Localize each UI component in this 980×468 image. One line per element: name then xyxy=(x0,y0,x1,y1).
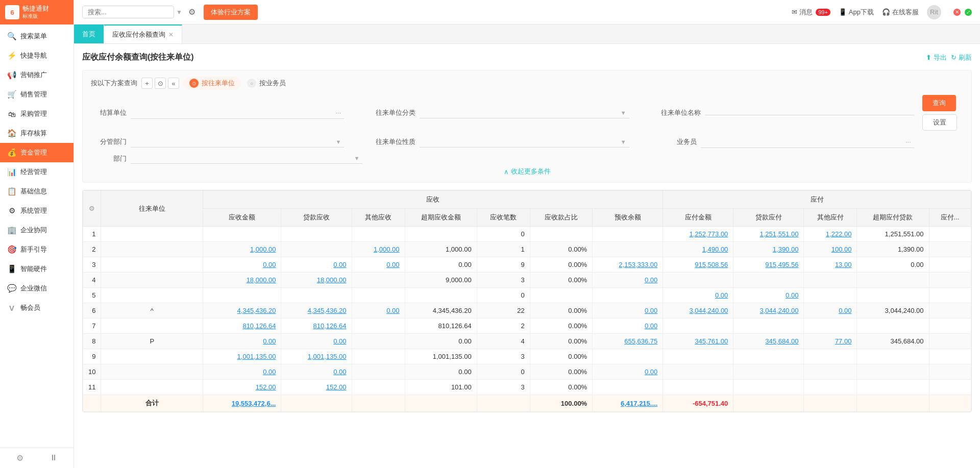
table-cell[interactable]: 1,000.00 xyxy=(203,242,281,257)
app-download-btn[interactable]: 📱 App下载 xyxy=(839,8,874,17)
table-cell[interactable] xyxy=(733,273,804,288)
settlement-input[interactable]: ··· xyxy=(131,107,344,119)
table-cell[interactable]: 2,153,333.00 xyxy=(593,257,663,273)
sidebar-item-inventory[interactable]: 🏠 库存核算 xyxy=(0,124,74,143)
table-cell[interactable]: 18,000.00 xyxy=(203,273,281,288)
table-cell[interactable]: 0.00 xyxy=(281,257,352,273)
table-cell[interactable] xyxy=(593,288,663,303)
table-cell[interactable]: 1,251,551.00 xyxy=(733,227,804,242)
table-cell[interactable]: 0.00 xyxy=(281,364,352,380)
table-cell[interactable] xyxy=(804,318,857,334)
table-cell[interactable] xyxy=(663,349,733,364)
table-cell[interactable]: 0.00 xyxy=(203,364,281,380)
scheme-by-partner[interactable]: ⊙ 按往来单位 xyxy=(183,77,241,90)
window-close-btn[interactable]: ✕ xyxy=(953,9,961,16)
table-cell[interactable] xyxy=(663,380,733,395)
table-cell[interactable] xyxy=(733,380,804,395)
sidebar-collapse-btn[interactable]: ⏸ xyxy=(39,453,68,463)
back-btn[interactable]: « xyxy=(168,78,179,89)
table-cell[interactable] xyxy=(203,288,281,303)
partner-cat-select[interactable]: ▼ xyxy=(420,108,629,118)
table-cell[interactable] xyxy=(352,364,405,380)
table-cell[interactable]: 810,126.64 xyxy=(203,318,281,334)
table-settings-icon[interactable]: ⚙ xyxy=(89,205,95,212)
partner-name-input[interactable] xyxy=(705,111,914,115)
table-cell[interactable]: 1,001,135.00 xyxy=(203,349,281,364)
table-cell[interactable]: 0.00 xyxy=(352,257,405,273)
table-cell[interactable]: 152.00 xyxy=(203,380,281,395)
promo-button[interactable]: 体验行业方案 xyxy=(204,5,258,20)
table-cell[interactable] xyxy=(804,364,857,380)
table-cell[interactable]: 1,390.00 xyxy=(733,242,804,257)
table-cell[interactable]: 915,508.56 xyxy=(663,257,733,273)
table-cell[interactable]: 0.00 xyxy=(203,334,281,349)
table-cell[interactable]: 0.00 xyxy=(593,303,663,318)
table-cell[interactable]: 1,001,135.00 xyxy=(281,349,352,364)
table-cell[interactable] xyxy=(663,318,733,334)
table-cell[interactable]: 1,490.00 xyxy=(663,242,733,257)
table-cell[interactable]: 810,126.64 xyxy=(281,318,352,334)
table-cell[interactable] xyxy=(281,242,352,257)
sidebar-item-quick-nav[interactable]: ⚡ 快捷导航 xyxy=(0,46,74,65)
user-menu[interactable]: Rit xyxy=(927,5,941,19)
table-cell[interactable] xyxy=(352,227,405,242)
table-cell[interactable]: 1,222.00 xyxy=(804,227,857,242)
table-cell[interactable]: 0.00 xyxy=(663,288,733,303)
sidebar-item-member[interactable]: V 畅会员 xyxy=(0,298,74,317)
add-scheme-btn[interactable]: + xyxy=(141,78,153,89)
table-cell[interactable]: 345,761.00 xyxy=(663,334,733,349)
sidebar-item-search-menu[interactable]: 🔍 搜索菜单 xyxy=(0,27,74,46)
table-cell[interactable] xyxy=(352,349,405,364)
table-cell[interactable]: 4,345,436.20 xyxy=(203,303,281,318)
table-cell[interactable] xyxy=(593,380,663,395)
sidebar-item-smart-hw[interactable]: 📱 智能硬件 xyxy=(0,259,74,279)
table-cell[interactable] xyxy=(733,364,804,380)
sidebar-item-operations[interactable]: 📊 经营管理 xyxy=(0,162,74,182)
table-cell[interactable] xyxy=(804,288,857,303)
collapse-filter-btn[interactable]: ∧ 收起更多条件 xyxy=(91,167,963,176)
sidebar-settings-btn[interactable]: ⚙ xyxy=(5,453,35,463)
sidebar-item-wechat[interactable]: 💬 企业微信 xyxy=(0,279,74,298)
partner-nature-select[interactable]: ▼ xyxy=(420,137,629,147)
tab-ar-ap[interactable]: 应收应付余额查询 ✕ xyxy=(104,24,182,43)
table-cell[interactable] xyxy=(733,318,804,334)
table-cell[interactable]: 1,000.00 xyxy=(352,242,405,257)
table-cell[interactable] xyxy=(203,227,281,242)
sidebar-item-purchase[interactable]: 🛍 采购管理 xyxy=(0,104,74,124)
table-cell[interactable]: 4,345,436.20 xyxy=(281,303,352,318)
table-cell[interactable] xyxy=(593,349,663,364)
header-search-dropdown[interactable]: ▼ xyxy=(176,9,182,16)
table-cell[interactable] xyxy=(352,334,405,349)
table-cell[interactable] xyxy=(352,273,405,288)
table-cell[interactable]: 100.00 xyxy=(804,242,857,257)
table-cell[interactable]: 0.00 xyxy=(593,318,663,334)
table-cell[interactable]: 0.00 xyxy=(203,257,281,273)
table-cell[interactable] xyxy=(281,227,352,242)
table-cell[interactable] xyxy=(663,364,733,380)
edit-scheme-btn[interactable]: ⊙ xyxy=(155,78,166,89)
table-cell[interactable]: 655,636.75 xyxy=(593,334,663,349)
query-button[interactable]: 查询 xyxy=(922,95,956,111)
table-cell[interactable] xyxy=(593,242,663,257)
table-cell[interactable] xyxy=(663,273,733,288)
table-cell[interactable] xyxy=(804,273,857,288)
table-cell[interactable]: 0.00 xyxy=(593,364,663,380)
settings-button[interactable]: 设置 xyxy=(922,114,957,131)
table-cell[interactable] xyxy=(352,380,405,395)
salesperson-input[interactable]: ··· xyxy=(701,136,914,148)
table-cell[interactable]: 0.00 xyxy=(804,303,857,318)
sidebar-item-guide[interactable]: 🎯 新手引导 xyxy=(0,240,74,259)
table-cell[interactable]: 18,000.00 xyxy=(281,273,352,288)
table-cell[interactable]: 152.00 xyxy=(281,380,352,395)
tab-home[interactable]: 首页 xyxy=(74,24,104,43)
tab-close-btn[interactable]: ✕ xyxy=(168,31,174,38)
header-search-input[interactable] xyxy=(82,6,174,18)
sidebar-item-basic-info[interactable]: 📋 基础信息 xyxy=(0,182,74,201)
table-cell[interactable] xyxy=(352,288,405,303)
refresh-btn[interactable]: ↻ 刷新 xyxy=(951,53,972,62)
table-cell[interactable]: 77.00 xyxy=(804,334,857,349)
department-select[interactable]: ▼ xyxy=(131,153,362,164)
table-cell[interactable] xyxy=(593,227,663,242)
scheme-by-salesperson[interactable]: ○ 按业务员 xyxy=(241,77,292,90)
table-cell[interactable]: 0.00 xyxy=(733,288,804,303)
